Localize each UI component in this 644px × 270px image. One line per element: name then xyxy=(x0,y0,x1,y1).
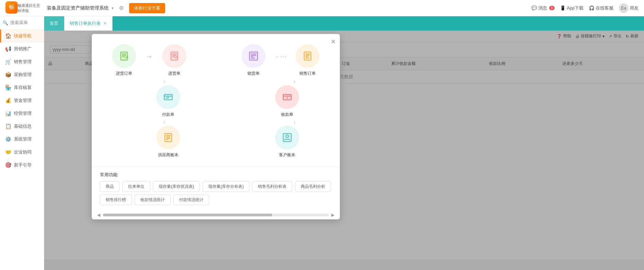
purchase-bill-icon xyxy=(162,44,186,68)
flow-node-supplier-account: 供应商账本 xyxy=(150,126,187,158)
page-content: ❓ 帮助 🖨 按模板打印 ▾ ↗ 导出 ↻ 刷新 xyxy=(44,31,644,270)
scrollbar-thumb[interactable] xyxy=(103,214,272,216)
func-btn-goods[interactable]: 商品 xyxy=(100,181,120,192)
tab-home[interactable]: 首页 xyxy=(44,16,64,31)
sidebar-item-sales[interactable]: 🛒 销售管理 xyxy=(0,55,44,68)
func-buttons-2: 销售排行榜 收款情况统计 付款情况统计 xyxy=(100,195,332,205)
sales-icon: 🛒 xyxy=(5,59,11,65)
enterprise-icon: 🤝 xyxy=(5,149,11,155)
flow-node-payment: ¥ 付款单 xyxy=(150,85,187,118)
sidebar-item-marketing[interactable]: 📢 营销推广 xyxy=(0,42,44,55)
flow-node-purchase-order: 进货订单 xyxy=(105,44,143,76)
tab-bar: 首页 销售订单执行表 ✕ xyxy=(44,16,644,31)
tab-close-icon[interactable]: ✕ xyxy=(103,21,107,26)
avatar: Ea xyxy=(619,3,628,13)
sales-order-icon xyxy=(296,44,319,68)
app-download-button[interactable]: 📱 App下载 xyxy=(560,5,584,11)
message-badge: 6 xyxy=(549,6,555,10)
sidebar-item-finance[interactable]: 💰 资金管理 xyxy=(0,94,44,107)
user-menu[interactable]: Ea 用友 xyxy=(619,3,639,13)
modal: ✕ xyxy=(92,34,340,219)
sidebar-item-operations[interactable]: 📊 经营管理 xyxy=(0,107,44,120)
marketing-icon: 📢 xyxy=(5,46,11,52)
sidebar-item-system[interactable]: ⚙️ 系统管理 xyxy=(0,133,44,146)
guide-icon: 🎯 xyxy=(5,162,11,168)
sidebar-item-purchase[interactable]: 📦 采购管理 xyxy=(0,68,44,81)
sidebar-item-guide[interactable]: 🎯 新手引导 xyxy=(0,159,44,172)
sidebar-item-inventory[interactable]: 🏪 库存核算 xyxy=(0,81,44,94)
download-icon: 📱 xyxy=(560,5,565,11)
svg-rect-0 xyxy=(121,52,127,60)
sidebar-item-quick-nav[interactable]: 🏠 快捷导航 xyxy=(0,30,44,42)
func-btn-receipt-stats[interactable]: 收款情况统计 xyxy=(135,195,171,205)
tab-sales-order-exec[interactable]: 销售订单执行表 ✕ xyxy=(64,16,112,31)
common-functions: 常用功能 商品 往来单位 现存量(库存状况表) 现存量(库存分布表) 销售毛利分… xyxy=(92,166,340,211)
flow-section: 进货订单 → xyxy=(92,34,340,166)
flow-node-customer-account: 客户账本 xyxy=(268,126,306,158)
online-service-button[interactable]: 🎧 在线客服 xyxy=(589,5,613,11)
scroll-left-icon[interactable]: ◀ xyxy=(97,213,100,217)
message-icon: 💬 xyxy=(532,5,537,11)
service-icon: 🎧 xyxy=(589,5,594,11)
flow-node-purchase-bill: 进货单 xyxy=(156,44,193,76)
func-btn-goods-profit[interactable]: 商品毛利分析 xyxy=(295,181,331,192)
flow-node-sales-order: 销售订单 xyxy=(289,44,326,76)
basic-info-icon: 📋 xyxy=(5,123,11,129)
func-buttons: 商品 往来单位 现存量(库存状况表) 现存量(库存分布表) 销售毛利分析表 商品… xyxy=(100,181,332,192)
payment-icon: ¥ xyxy=(156,85,180,109)
common-functions-title: 常用功能 xyxy=(100,172,332,178)
operations-icon: 📊 xyxy=(5,110,11,116)
svg-text:¥: ¥ xyxy=(286,96,288,100)
func-btn-stock-dist[interactable]: 现存量(库存分布表) xyxy=(203,181,249,192)
sidebar-item-enterprise[interactable]: 🤝 企业协同 xyxy=(0,146,44,159)
svg-rect-31 xyxy=(165,133,172,142)
flow-node-sales-bill: 销货单 xyxy=(235,44,272,76)
purchase-icon: 📦 xyxy=(5,72,11,78)
svg-rect-5 xyxy=(171,52,178,60)
search-icon: 🔍 xyxy=(3,20,8,25)
home-icon: 🏠 xyxy=(5,33,11,39)
purchase-order-icon xyxy=(112,44,136,68)
logo-area: 畅 畅康通好生意标准版 xyxy=(5,1,40,15)
func-btn-sales-rank[interactable]: 销售排行榜 xyxy=(100,195,132,205)
app-logo: 畅 xyxy=(5,1,18,14)
inventory-icon: 🏪 xyxy=(5,85,11,91)
svg-rect-10 xyxy=(249,52,258,60)
func-btn-sales-analysis[interactable]: 销售毛利分析表 xyxy=(252,181,292,192)
arrow-1: → xyxy=(145,52,153,69)
top-right-actions: 💬 消息 6 📱 App下载 🎧 在线客服 Ea 用友 xyxy=(532,3,639,13)
sales-bill-icon xyxy=(242,44,265,68)
top-bar: 畅 畅康通好生意标准版 装备及固定资产辅助管理系统 ▾ ⚙ 体验行业方案 💬 消… xyxy=(0,0,644,16)
sidebar-item-basic-info[interactable]: 📋 基础信息 xyxy=(0,120,44,133)
scroll-area: ◀ ▶ xyxy=(92,211,340,219)
gear-icon[interactable]: ⚙ xyxy=(119,5,124,11)
svg-text:¥: ¥ xyxy=(167,96,169,99)
sidebar: 🔍 搜索菜单 🏠 快捷导航 📢 营销推广 🛒 销售管理 📦 采购管理 🏪 xyxy=(0,16,44,270)
system-icon: ⚙️ xyxy=(5,136,11,142)
flow-node-receipt: ¥ 收款单 xyxy=(268,85,306,118)
modal-overlay: ✕ xyxy=(44,31,644,270)
func-btn-payment-stats[interactable]: 付款情况统计 xyxy=(173,195,209,205)
try-button[interactable]: 体验行业方案 xyxy=(129,3,165,13)
dashed-arrow-1: ← - - - xyxy=(275,54,286,67)
system-dropdown-icon[interactable]: ▾ xyxy=(111,6,114,11)
modal-close-button[interactable]: ✕ xyxy=(331,38,336,46)
svg-rect-16 xyxy=(304,52,311,60)
func-btn-stock-status[interactable]: 现存量(库存状况表) xyxy=(153,181,200,192)
supplier-account-icon xyxy=(156,126,180,149)
app-logo-text: 畅康通好生意标准版 xyxy=(18,3,40,13)
system-title: 装备及固定资产辅助管理系统 xyxy=(47,5,109,11)
scroll-right-icon[interactable]: ▶ xyxy=(331,213,334,217)
receipt-icon: ¥ xyxy=(275,85,299,109)
message-button[interactable]: 💬 消息 6 xyxy=(532,5,555,11)
customer-account-icon xyxy=(275,126,299,149)
search-menu[interactable]: 🔍 搜索菜单 xyxy=(0,16,44,30)
finance-icon: 💰 xyxy=(5,97,11,104)
func-btn-partner[interactable]: 往来单位 xyxy=(122,181,150,192)
